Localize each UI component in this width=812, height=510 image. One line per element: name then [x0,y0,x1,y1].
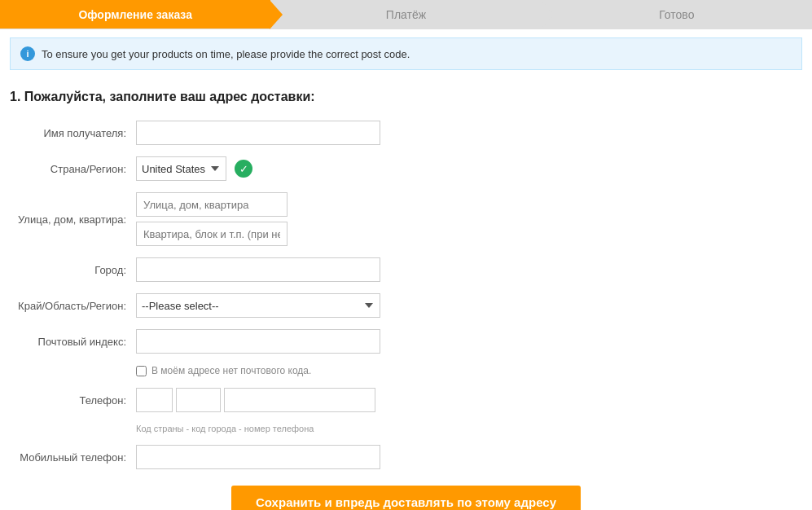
mobile-row: Мобильный телефон: [10,445,802,469]
street-row: Улица, дом, квартира: [10,192,802,246]
postcode-row: Почтовый индекс: [10,329,802,354]
mobile-input[interactable] [136,445,380,469]
city-label: Город: [10,264,136,276]
street-label: Улица, дом, квартира: [10,213,136,226]
progress-bar: Оформление заказа Платёж Готово [0,0,812,29]
step-payment-label: Платёж [386,8,426,21]
country-row: Страна/Регион: United States Russia Germ… [10,156,802,181]
street-input[interactable] [136,192,287,217]
info-banner: i To ensure you get your products on tim… [10,37,802,70]
step-done-label: Готово [659,8,694,21]
phone-city-input[interactable] [176,388,221,412]
info-icon: i [20,46,35,61]
region-select[interactable]: --Please select-- Alabama Alaska Arizona… [136,293,380,318]
no-postcode-checkbox[interactable] [136,366,147,376]
recipient-field [136,121,380,145]
country-label: Страна/Регион: [10,163,136,175]
postcode-field [136,329,380,354]
step-checkout: Оформление заказа [0,0,270,29]
main-content: Оформление заказа Платёж Готово i To ens… [0,0,812,510]
city-input[interactable] [136,257,380,282]
recipient-input[interactable] [136,121,380,145]
recipient-row: Имя получателя: [10,121,802,145]
phone-row: Телефон: [10,388,802,412]
no-postcode-label: В моём адресе нет почтового кода. [151,365,311,376]
mobile-label: Мобильный телефон: [10,451,136,464]
phone-code-input[interactable] [136,388,173,412]
city-row: Город: [10,257,802,282]
street-fields [136,192,287,246]
step-payment: Платёж [270,0,541,29]
step-checkout-label: Оформление заказа [78,8,192,21]
phone-number-input[interactable] [224,388,375,412]
form-container: Имя получателя: Страна/Регион: United St… [0,112,812,510]
country-check-icon: ✓ [235,160,252,178]
phone-label: Телефон: [10,394,136,407]
phone-fields [136,388,375,412]
region-row: Край/Область/Регион: --Please select-- A… [10,293,802,318]
country-select-wrapper: United States Russia Germany France Chin… [136,156,252,181]
phone-hint: Код страны - код города - номер телефона [136,424,802,433]
recipient-label: Имя получателя: [10,127,136,139]
region-field: --Please select-- Alabama Alaska Arizona… [136,293,380,318]
postcode-label: Почтовый индекс: [10,336,136,348]
section-title: 1. Пожалуйста, заполните ваш адрес доста… [0,78,812,112]
region-label: Край/Область/Регион: [10,300,136,312]
save-button[interactable]: Сохранить и впредь доставлять по этому а… [231,486,581,510]
country-select[interactable]: United States Russia Germany France Chin… [136,156,226,181]
street2-input[interactable] [136,222,287,246]
step-done: Готово [542,0,812,29]
city-field [136,257,380,282]
mobile-field [136,445,380,469]
info-banner-text: To ensure you get your products on time,… [42,48,410,60]
button-row: Сохранить и впредь доставлять по этому а… [10,486,802,510]
postcode-input[interactable] [136,329,380,354]
no-postcode-row: В моём адресе нет почтового кода. [136,365,802,376]
